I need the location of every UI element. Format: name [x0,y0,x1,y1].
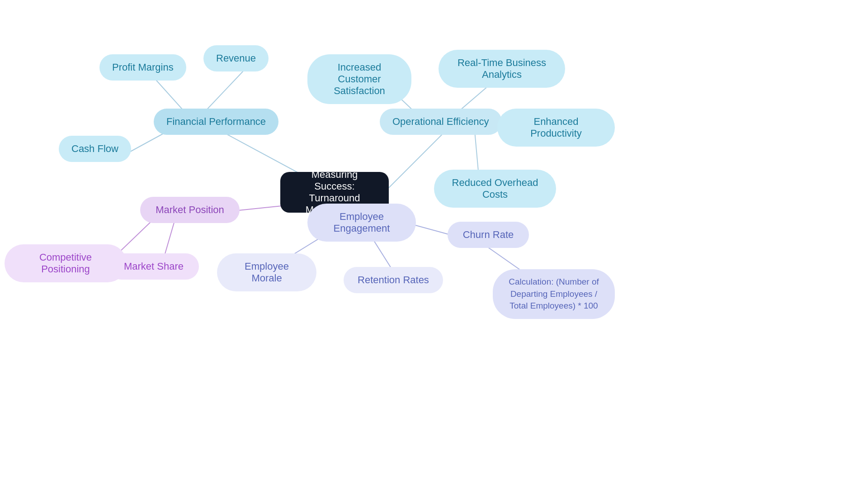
operational-efficiency-node: Operational Efficiency [380,109,502,135]
market-position-node: Market Position [140,197,240,223]
real-time-analytics-node: Real-Time Business Analytics [439,50,565,88]
calculation-node: Calculation: (Number of Departing Employ… [493,269,615,319]
enhanced-productivity-node: Enhanced Productivity [497,109,615,147]
cash-flow-node: Cash Flow [59,136,131,162]
mindmap-container: Measuring Success: Turnaround Management… [0,0,868,490]
market-share-node: Market Share [108,253,199,280]
profit-margins-node: Profit Margins [99,54,186,81]
competitive-positioning-node: Competitive Positioning [5,244,127,282]
employee-morale-node: Employee Morale [217,253,316,291]
employee-engagement-node: Employee Engagement [307,204,416,242]
financial-performance-node: Financial Performance [154,109,278,135]
customer-satisfaction-node: Increased Customer Satisfaction [307,54,411,104]
reduced-overhead-node: Reduced Overhead Costs [434,170,556,208]
revenue-node: Revenue [203,45,269,71]
retention-rates-node: Retention Rates [344,267,443,293]
svg-line-2 [203,70,244,113]
churn-rate-node: Churn Rate [448,222,529,248]
